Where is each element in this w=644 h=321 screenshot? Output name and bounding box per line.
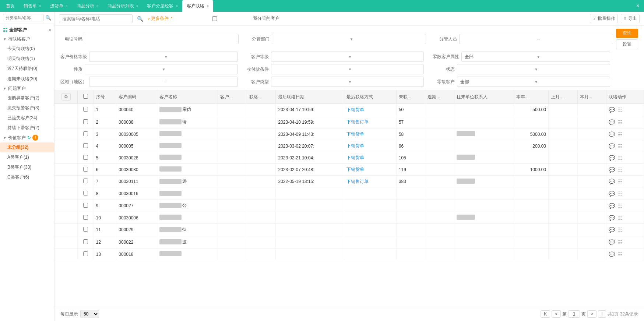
tab-home[interactable]: 首页	[1, 0, 19, 12]
row-checkbox[interactable]	[83, 119, 88, 124]
sidebar-item-hoarding[interactable]: 囤购异常客户(2)	[0, 93, 54, 103]
row-grid-icon[interactable]: ☷	[618, 107, 623, 113]
row-grid-icon[interactable]: ☷	[618, 239, 623, 245]
settings-button[interactable]: ⚙	[61, 93, 71, 100]
retail-customer-select[interactable]: 全部 ▼	[457, 77, 610, 87]
row-checkbox[interactable]	[83, 179, 88, 183]
row-checkbox-cell[interactable]	[78, 248, 94, 260]
sidebar-item-7days[interactable]: 近7天待联络(0)	[0, 64, 54, 74]
search-input[interactable]	[59, 14, 133, 23]
row-checkbox[interactable]	[83, 167, 88, 172]
row-grid-icon[interactable]: ☷	[618, 131, 623, 137]
value-group-refresh-icon[interactable]: ↻	[27, 135, 31, 140]
row-checkbox[interactable]	[83, 239, 88, 244]
row-checkbox-cell[interactable]	[78, 104, 94, 116]
tab-customer-tier[interactable]: 客户分层经客 ×	[142, 0, 182, 12]
more-conditions-button[interactable]: ▿ 更多条件 ⌃	[148, 15, 173, 22]
sidebar-item-churn-warning[interactable]: 流失预警客户(3)	[0, 103, 54, 113]
query-button[interactable]: 查询	[616, 29, 638, 38]
row-checkbox-cell[interactable]	[78, 236, 94, 248]
row-checkbox[interactable]	[83, 155, 88, 160]
batch-ops-button[interactable]: ☑ 批量操作	[590, 14, 618, 23]
sidebar-item-today[interactable]: 今天待联络(0)	[0, 44, 54, 54]
person-select[interactable]: ···	[459, 34, 613, 44]
customer-level-select[interactable]: ▼	[271, 52, 424, 62]
row-checkbox-cell[interactable]	[78, 152, 94, 164]
row-grid-icon[interactable]: ☷	[618, 203, 623, 209]
first-page-button[interactable]: K	[541, 310, 550, 318]
tab-product-analysis-close[interactable]: ×	[96, 4, 99, 8]
row-comment-icon[interactable]: 💬	[609, 143, 615, 149]
last-way-link[interactable]: 下销售订单	[346, 119, 369, 124]
row-comment-icon[interactable]: 💬	[609, 239, 615, 245]
sidebar-collapse-icon[interactable]: «	[49, 28, 51, 33]
tab-product-list[interactable]: 商品分析列表 ×	[103, 0, 143, 12]
last-way-link[interactable]: 下销售订单	[346, 179, 369, 184]
row-checkbox-cell[interactable]	[78, 116, 94, 128]
row-checkbox[interactable]	[83, 131, 88, 136]
row-checkbox-cell[interactable]	[78, 224, 94, 236]
tab-sales[interactable]: 销售单 ×	[19, 0, 46, 12]
row-checkbox-cell[interactable]	[78, 200, 94, 212]
sidebar-item-c-class[interactable]: C类客户(6)	[0, 172, 54, 182]
sidebar-search-input[interactable]	[3, 14, 44, 21]
row-comment-icon[interactable]: 💬	[609, 167, 615, 173]
sidebar-item-ungroup[interactable]: 未分组(32)	[0, 142, 54, 152]
sidebar-search-icon[interactable]: 🔍	[45, 15, 51, 21]
sidebar-item-tomorrow[interactable]: 明天待联络(1)	[0, 54, 54, 64]
row-checkbox-cell[interactable]	[78, 128, 94, 140]
row-grid-icon[interactable]: ☷	[618, 251, 623, 257]
reset-button[interactable]: 设置	[616, 39, 638, 49]
export-button[interactable]: ⇧ 导出	[621, 14, 640, 23]
row-checkbox-cell[interactable]	[78, 176, 94, 188]
row-checkbox-cell[interactable]	[78, 140, 94, 152]
tab-customer-contact-close[interactable]: ×	[207, 4, 209, 8]
row-checkbox[interactable]	[83, 143, 88, 148]
row-checkbox-cell[interactable]	[78, 212, 94, 224]
row-grid-icon[interactable]: ☷	[618, 215, 623, 221]
row-comment-icon[interactable]: 💬	[609, 203, 615, 209]
row-grid-icon[interactable]: ☷	[618, 143, 623, 149]
last-page-button[interactable]: I	[598, 310, 606, 318]
tab-purchase-close[interactable]: ×	[66, 4, 68, 8]
select-all-checkbox[interactable]	[83, 94, 88, 99]
my-customers-checkbox[interactable]	[178, 16, 251, 21]
row-grid-icon[interactable]: ☷	[618, 191, 623, 197]
row-grid-icon[interactable]: ☷	[618, 119, 623, 125]
row-checkbox[interactable]	[83, 227, 88, 232]
row-checkbox[interactable]	[83, 251, 88, 256]
row-grid-icon[interactable]: ☷	[618, 179, 623, 184]
row-comment-icon[interactable]: 💬	[609, 107, 615, 113]
tab-product-analysis[interactable]: 商品分析 ×	[72, 0, 103, 12]
row-grid-icon[interactable]: ☷	[618, 227, 623, 233]
customer-type-select[interactable]: ▼	[271, 77, 424, 87]
retail-attr-select[interactable]: 全部 ▼	[461, 52, 610, 62]
my-customers-filter[interactable]: 我分管的客户	[178, 15, 279, 22]
tab-purchase[interactable]: 进货单 ×	[46, 0, 72, 12]
tab-product-list-close[interactable]: ×	[136, 4, 138, 8]
filter-search-icon[interactable]: 🔍	[137, 16, 143, 22]
row-comment-icon[interactable]: 💬	[609, 215, 615, 221]
row-checkbox[interactable]	[83, 107, 88, 112]
row-checkbox[interactable]	[83, 215, 88, 220]
sidebar-item-overdue[interactable]: 逾期未联络(30)	[0, 74, 54, 84]
tab-customer-contact[interactable]: 客户联络 ×	[182, 0, 213, 12]
last-way-link[interactable]: 下销货单	[346, 155, 364, 160]
dept-select[interactable]: ▼	[272, 34, 426, 44]
sidebar-group-pending[interactable]: ▼ 待联络客户	[0, 35, 54, 44]
sidebar-item-a-class[interactable]: A类客户(1)	[0, 152, 54, 162]
last-way-link[interactable]: 下销货单	[346, 143, 364, 148]
sidebar-item-b-class[interactable]: B类客户(33)	[0, 162, 54, 172]
row-grid-icon[interactable]: ☷	[618, 155, 623, 161]
phone-input[interactable]	[85, 34, 239, 44]
row-comment-icon[interactable]: 💬	[609, 131, 615, 137]
row-grid-icon[interactable]: ☷	[618, 167, 623, 173]
area-select[interactable]: ···	[89, 77, 238, 87]
row-comment-icon[interactable]: 💬	[609, 155, 615, 161]
row-checkbox-cell[interactable]	[78, 188, 94, 200]
sys-close-button[interactable]: ×	[633, 3, 643, 9]
row-comment-icon[interactable]: 💬	[609, 251, 615, 257]
page-size-select[interactable]: 50 100	[80, 310, 99, 318]
status-select[interactable]: ▼	[457, 64, 610, 74]
sidebar-group-problem[interactable]: ▼ 问题客户	[0, 84, 54, 93]
